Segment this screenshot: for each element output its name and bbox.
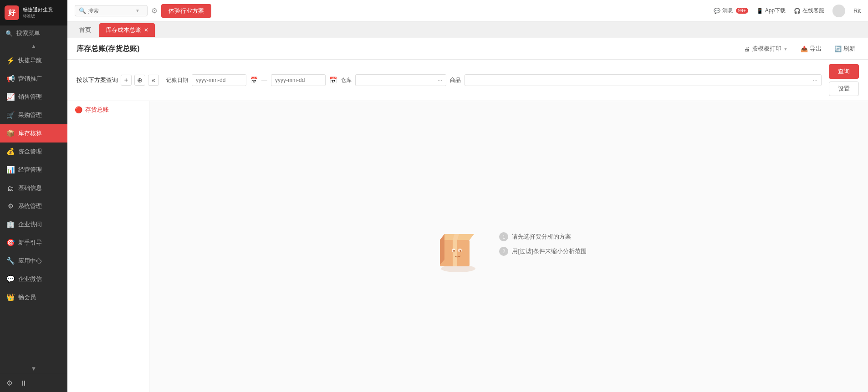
sidebar-item-sales[interactable]: 📈 销售管理 (0, 88, 67, 106)
settings-btn[interactable]: 设置 (829, 81, 859, 96)
app-name: 畅捷通好生意 (23, 6, 53, 13)
sidebar-footer: ⚙ ⏸ (0, 374, 67, 392)
system-icon: ⚙ (6, 202, 15, 210)
export-icon: 📤 (801, 46, 808, 52)
filter-collapse-btn[interactable]: « (148, 75, 159, 86)
app-download-item[interactable]: 📱 App下载 (756, 7, 786, 15)
filter-edit-btn[interactable]: ⊕ (134, 75, 145, 86)
search-icon: 🔍 (5, 30, 13, 37)
app-center-icon: 🔧 (6, 257, 15, 265)
print-icon: 🖨 (744, 46, 750, 52)
quick-nav-icon: ⚡ (6, 56, 15, 65)
svg-rect-4 (453, 240, 457, 266)
export-btn[interactable]: 📤 导出 (797, 43, 825, 55)
online-service-item[interactable]: 🎧 在线客服 (794, 7, 824, 15)
logo-icon: 好 (5, 5, 19, 20)
warehouse-more-icon[interactable]: ··· (438, 77, 442, 83)
page-header: 库存总账(存货总账) 🖨 按模板打印 ▼ 📤 导出 🔄 刷新 (67, 38, 868, 60)
main-content: 1 请先选择要分析的方案 2 用[过滤]条件来缩小分析范围 (149, 101, 868, 392)
topbar-left: 🔍 ▼ ⚙ 体验行业方案 (75, 4, 708, 18)
sidebar-nav: ⚡ 快捷导航 📢 营销推广 📈 销售管理 🛒 采购管理 📦 库存核算 💰 资金管… (0, 51, 67, 363)
warehouse-select[interactable]: ··· (355, 74, 446, 86)
scheme-item-inventory-ledger[interactable]: 🔴 存货总账 (67, 101, 149, 118)
step-num-1: 1 (499, 232, 508, 241)
capital-icon: 💰 (6, 148, 15, 156)
step-num-2: 2 (499, 247, 508, 256)
sidebar-item-purchase[interactable]: 🛒 采购管理 (0, 106, 67, 124)
tab-close-icon[interactable]: ✕ (144, 27, 148, 33)
sidebar-item-system[interactable]: ⚙ 系统管理 (0, 197, 67, 215)
empty-step-2: 2 用[过滤]条件来缩小分析范围 (499, 247, 586, 256)
empty-step-1: 1 请先选择要分析的方案 (499, 232, 586, 241)
date-start-calendar-icon[interactable]: 📅 (250, 76, 258, 84)
svg-marker-3 (440, 234, 444, 265)
sidebar-item-vip[interactable]: 👑 畅会员 (0, 288, 67, 306)
sidebar-item-wechat-biz[interactable]: 💬 企业微信 (0, 270, 67, 288)
print-template-btn[interactable]: 🖨 按模板打印 ▼ (740, 43, 791, 55)
sidebar-item-operation[interactable]: 📊 经营管理 (0, 161, 67, 179)
date-separator: — (261, 77, 267, 84)
sidebar: 好 畅捷通好生意 标准版 🔍 搜索菜单 ▲ ⚡ 快捷导航 📢 营销推广 📈 销售… (0, 0, 67, 392)
settings-footer-icon[interactable]: ⚙ (6, 379, 13, 387)
sidebar-item-enterprise[interactable]: 🏢 企业协同 (0, 215, 67, 234)
svg-point-9 (460, 250, 461, 252)
sidebar-item-basic-info[interactable]: 🗂 基础信息 (0, 179, 67, 197)
scroll-up-btn[interactable]: ▲ (0, 41, 67, 51)
newbie-icon: 🎯 (6, 239, 15, 247)
goods-more-icon[interactable]: ··· (813, 77, 817, 83)
headset-icon: 🎧 (794, 8, 801, 14)
sidebar-item-quick-nav[interactable]: ⚡ 快捷导航 (0, 51, 67, 70)
date-end-calendar-icon[interactable]: 📅 (329, 76, 337, 84)
industry-btn[interactable]: 体验行业方案 (161, 4, 211, 18)
empty-state-inner: 1 请先选择要分析的方案 2 用[过滤]条件来缩小分析范围 (431, 219, 586, 274)
search-menu-item[interactable]: 🔍 搜索菜单 (0, 25, 67, 41)
scheme-item-icon: 🔴 (75, 106, 82, 113)
empty-text: 1 请先选择要分析的方案 2 用[过滤]条件来缩小分析范围 (499, 232, 586, 261)
topbar-search-icon: 🔍 (79, 7, 86, 14)
print-dropdown-icon[interactable]: ▼ (783, 46, 788, 51)
sidebar-item-inventory[interactable]: 📦 库存核算 (0, 124, 67, 143)
tab-inventory-cost[interactable]: 库存成本总账 ✕ (99, 23, 155, 37)
message-item[interactable]: 💬 消息 99+ (714, 7, 748, 15)
message-icon: 💬 (714, 8, 720, 14)
topbar-search-area[interactable]: 🔍 ▼ (75, 5, 148, 16)
dropdown-icon[interactable]: ▼ (135, 8, 140, 13)
sidebar-item-capital[interactable]: 💰 资金管理 (0, 143, 67, 161)
svg-point-8 (453, 250, 455, 252)
goods-label: 商品 (450, 76, 461, 84)
app-logo: 好 畅捷通好生意 标准版 (0, 0, 67, 25)
refresh-btn[interactable]: 🔄 刷新 (831, 43, 859, 55)
date-end-input[interactable] (271, 74, 326, 86)
topbar-right: 💬 消息 99+ 📱 App下载 🎧 在线客服 Rit (714, 5, 861, 17)
goods-select[interactable]: ··· (465, 74, 822, 86)
app-version: 标准版 (23, 13, 53, 19)
warehouse-label: 仓库 (341, 76, 352, 84)
query-btn[interactable]: 查询 (829, 64, 859, 79)
sidebar-item-newbie[interactable]: 🎯 新手引导 (0, 234, 67, 252)
filter-label: 按以下方案查询 (77, 76, 118, 84)
topbar-search-input[interactable] (88, 8, 133, 14)
content-area: 🔴 存货总账 (67, 101, 868, 392)
purchase-icon: 🛒 (6, 111, 15, 119)
refresh-icon: 🔄 (834, 46, 842, 52)
scroll-down-btn[interactable]: ▼ (0, 363, 67, 374)
sales-icon: 📈 (6, 93, 15, 101)
message-badge: 99+ (736, 8, 748, 14)
page-actions: 🖨 按模板打印 ▼ 📤 导出 🔄 刷新 (740, 43, 859, 55)
audio-footer-icon[interactable]: ⏸ (20, 379, 27, 387)
page-title: 库存总账(存货总账) (77, 44, 140, 54)
topbar: 🔍 ▼ ⚙ 体验行业方案 💬 消息 99+ 📱 App下载 🎧 在线客服 Ri (67, 0, 868, 22)
user-avatar[interactable] (832, 5, 845, 17)
enterprise-icon: 🏢 (6, 220, 15, 229)
tab-home[interactable]: 首页 (73, 23, 97, 37)
sidebar-item-app-center[interactable]: 🔧 应用中心 (0, 252, 67, 270)
sidebar-item-marketing[interactable]: 📢 营销推广 (0, 70, 67, 88)
operation-icon: 📊 (6, 166, 15, 174)
filter-bar: 按以下方案查询 ＋ ⊕ « 记账日期 📅 — 📅 仓库 ··· 商品 ··· 查 (67, 60, 868, 101)
box-svg (431, 219, 485, 274)
filter-add-btn[interactable]: ＋ (121, 75, 132, 86)
user-name: Rit (853, 7, 861, 14)
topbar-gear-icon[interactable]: ⚙ (151, 6, 158, 15)
date-start-input[interactable] (192, 74, 246, 86)
main-area: 🔍 ▼ ⚙ 体验行业方案 💬 消息 99+ 📱 App下载 🎧 在线客服 Ri (67, 0, 868, 392)
